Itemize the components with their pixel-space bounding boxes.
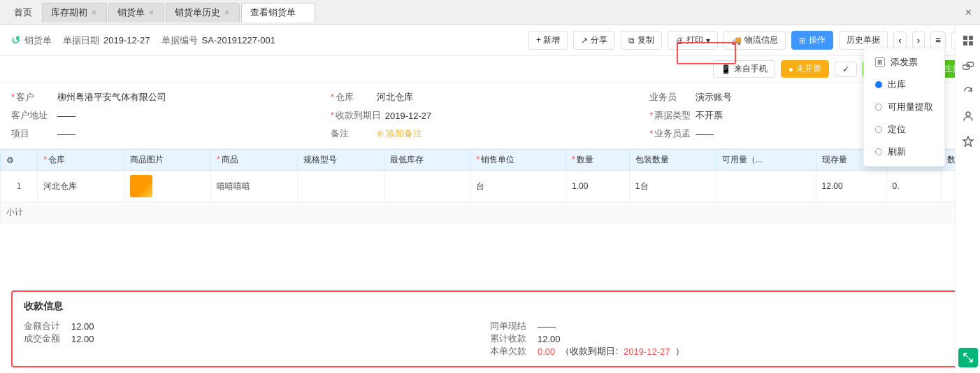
copy-button[interactable]: ⧉ 复制 — [621, 31, 662, 50]
check-icon: ✓ — [842, 64, 849, 74]
project-value: —— — [57, 129, 75, 139]
gear-icon[interactable]: ⚙ — [6, 155, 14, 165]
next-button[interactable]: › — [912, 31, 925, 49]
owed-note: （收款到期日: — [561, 345, 618, 358]
window-close-button[interactable]: × — [965, 6, 972, 19]
prev-button[interactable]: ‹ — [893, 31, 906, 49]
circle-icon: ● — [788, 64, 793, 74]
not-opened-button[interactable]: ● 未开票 — [781, 60, 829, 78]
tab-sales-history-label: 销货单历史 — [175, 6, 220, 19]
address-value: —— — [57, 111, 75, 121]
customer-row: 客户 柳州粤港平安气体有限公司 — [11, 91, 331, 104]
row-price: 0. — [886, 171, 941, 202]
payment-info-title: 收款信息 — [24, 300, 956, 313]
dropdown-add-invoice[interactable]: ⊞ 添发票 — [864, 51, 944, 73]
owed-note2: ） — [675, 345, 684, 358]
same-order-value: —— — [538, 321, 556, 332]
deal-amount-value: 12.00 — [71, 334, 94, 344]
sidebar-table-icon[interactable] — [958, 31, 978, 50]
new-button[interactable]: + 新增 — [528, 31, 568, 50]
owed-date: 2019-12-27 — [624, 346, 670, 357]
print-icon: 🖨 — [675, 36, 684, 45]
dropdown-add-invoice-label: 添发票 — [891, 56, 918, 69]
row-pack-qty: 1台 — [629, 171, 716, 202]
staff-value: 演示账号 — [696, 91, 732, 104]
form-area: 客户 柳州粤港平安气体有限公司 仓库 河北仓库 业务员 演示账号 客户地址 ——… — [0, 83, 980, 148]
share-button[interactable]: ↗ 分享 — [573, 31, 615, 50]
dropdown-outbound[interactable]: 出库 — [864, 73, 944, 96]
deal-amount-row: 成交金额 12.00 — [24, 332, 490, 345]
dropdown-available-extract[interactable]: 可用量提取 — [864, 96, 944, 118]
tab-sales-history[interactable]: 销货单历史 × — [166, 3, 240, 22]
products-table: ⚙ 仓库 商品图片 商品 规格型号 最低库存 销售单位 数量 包装数量 可用量（… — [0, 149, 980, 223]
layout1-button[interactable]: ≡ — [930, 31, 946, 49]
col-available: 可用量（... — [716, 150, 816, 171]
payment-date-label: 收款到期日 — [331, 109, 381, 122]
tab-home[interactable]: 首页 — [6, 3, 41, 22]
doc-actions: + 新增 ↗ 分享 ⧉ 复制 🖨 打印 ▾ 🚚 物流信息 — [528, 31, 969, 50]
doc-number-value: SA-20191227-001 — [202, 35, 276, 45]
doc-title-text: 销货单 — [24, 34, 52, 47]
svg-point-4 — [966, 112, 970, 116]
doc-date-label: 单据日期 — [63, 34, 99, 47]
from-phone-button[interactable]: 📱 来自手机 — [713, 60, 775, 78]
tab-view-sales-close[interactable]: × — [298, 8, 306, 17]
outbound-icon — [875, 81, 882, 88]
sidebar-user-icon[interactable] — [958, 106, 978, 126]
dropdown-available-extract-label: 可用量提取 — [888, 101, 933, 113]
subtotal-label: 小计 — [1, 202, 980, 223]
sidebar-star-icon[interactable] — [958, 132, 978, 151]
same-order-label: 同单现结 — [490, 320, 532, 332]
doc-title-icon: ↺ — [11, 34, 20, 47]
dropdown-locate[interactable]: 定位 — [864, 118, 944, 141]
tab-sales-order-close[interactable]: × — [147, 8, 155, 17]
tab-sales-order-label: 销货单 — [117, 6, 145, 19]
doc-number-item: 单据编号 SA-20191227-001 — [161, 34, 276, 47]
sidebar-refresh-icon[interactable] — [958, 81, 978, 101]
project-row: 项目 —— — [11, 127, 331, 140]
doc-number-label: 单据编号 — [161, 34, 198, 47]
tab-sales-history-close[interactable]: × — [223, 8, 231, 17]
same-order-row: 同单现结 —— — [490, 320, 956, 332]
ticket-type-label: 票据类型 — [649, 109, 691, 122]
tab-sales-order[interactable]: 销货单 × — [108, 3, 164, 22]
amount-total-row: 金额合计 12.00 — [24, 320, 490, 332]
main-content: ↺ 销货单 单据日期 2019-12-27 单据编号 SA-20191227-0… — [0, 25, 980, 373]
dropdown-refresh-label: 刷新 — [888, 146, 906, 158]
payment-right-col: 同单现结 —— 累计收款 12.00 本单欠款 0.00 （收款到期日: 201… — [490, 320, 956, 358]
owed-row: 本单欠款 0.00 （收款到期日: 2019-12-27 ） — [490, 345, 956, 358]
sidebar-link-icon[interactable] — [958, 56, 978, 76]
plus-icon: ⊕ — [377, 128, 384, 139]
warehouse-row: 仓库 河北仓库 — [331, 91, 650, 104]
svg-marker-5 — [963, 136, 973, 146]
row-available — [716, 171, 816, 202]
warehouse-label: 仓库 — [331, 91, 373, 104]
address-label: 客户地址 — [11, 109, 53, 122]
operate-icon: ⊞ — [799, 36, 806, 45]
operate-button[interactable]: ⊞ 操作 — [791, 31, 833, 50]
owed-label: 本单欠款 — [490, 345, 532, 358]
customer-value: 柳州粤港平安气体有限公司 — [57, 91, 166, 104]
warehouse-value: 河北仓库 — [377, 91, 413, 104]
sidebar-expand-icon[interactable] — [958, 348, 978, 367]
tab-inventory-init[interactable]: 库存期初 × — [42, 3, 107, 22]
tab-view-sales[interactable]: 查看销货单 × — [241, 3, 315, 22]
row-img — [124, 171, 211, 202]
phone-icon: 📱 — [721, 64, 731, 74]
check-button[interactable]: ✓ — [835, 62, 857, 77]
ticket-type-value: 不开票 — [696, 109, 723, 122]
table-header-row: ⚙ 仓库 商品图片 商品 规格型号 最低库存 销售单位 数量 包装数量 可用量（… — [1, 150, 980, 171]
dropdown-outbound-label: 出库 — [888, 78, 906, 91]
history-button[interactable]: 历史单据 — [839, 31, 888, 50]
note-label: 备注 — [331, 127, 373, 140]
staff2-label: 业务员孟 — [649, 127, 691, 140]
print-button[interactable]: 🖨 打印 ▾ — [668, 31, 718, 50]
col-gear: ⚙ — [1, 150, 38, 171]
tab-inventory-init-close[interactable]: × — [90, 8, 98, 17]
row-unit: 台 — [470, 171, 566, 202]
svg-rect-3 — [969, 41, 973, 45]
add-note-button[interactable]: ⊕ 添加备注 — [377, 127, 423, 140]
row-warehouse: 河北仓库 — [38, 171, 124, 202]
logistics-button[interactable]: 🚚 物流信息 — [723, 31, 786, 50]
dropdown-refresh[interactable]: 刷新 — [864, 141, 944, 163]
